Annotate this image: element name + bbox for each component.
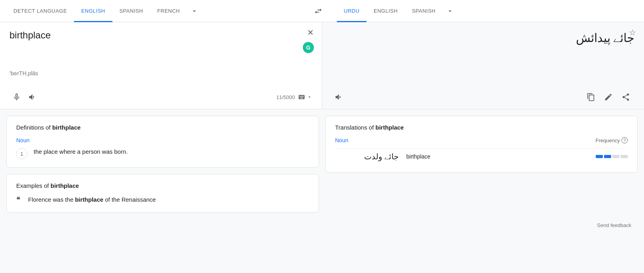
tab-spanish-target[interactable]: SPANISH [405, 0, 443, 22]
save-translation-button[interactable]: ☆ [629, 28, 636, 37]
tab-urdu[interactable]: URDU [337, 0, 367, 22]
quote-mark-icon: ❝ [16, 195, 20, 204]
share-translation-button[interactable] [619, 90, 633, 104]
source-bottom-toolbar: 11/5000 [9, 87, 312, 104]
freq-seg-1 [596, 155, 603, 158]
translations-card: Translations of birthplace Noun Frequenc… [325, 116, 638, 173]
translation-urdu: جائے ولدت [335, 152, 399, 161]
char-count: 11/5000 [276, 94, 312, 101]
frequency-info-icon[interactable]: ? [621, 137, 628, 143]
more-target-languages-button[interactable] [443, 0, 458, 22]
example-text: Florence was the birthplace of the Renai… [28, 195, 156, 204]
definition-row: 1 the place where a person was born. [16, 147, 309, 159]
target-bottom-toolbar [332, 87, 635, 104]
keyboard-input-button[interactable] [298, 94, 312, 101]
definitions-card-title: Definitions of birthplace [16, 124, 309, 131]
edit-translation-button[interactable] [601, 90, 616, 104]
swap-languages-button[interactable] [308, 0, 329, 22]
grammarly-button[interactable]: G [303, 42, 314, 53]
source-phonetic: 'bərTH,plās [9, 70, 312, 76]
tab-spanish[interactable]: SPANISH [112, 0, 150, 22]
target-language-tabs: URDU ENGLISH SPANISH [329, 0, 638, 22]
translation-output: جائے پیدائش [332, 29, 635, 87]
frequency-bar [596, 155, 628, 158]
freq-seg-2 [604, 155, 611, 158]
source-text-input[interactable]: birthplace [9, 29, 312, 69]
top-navigation: DETECT LANGUAGE ENGLISH SPANISH FRENCH U… [0, 0, 644, 22]
freq-seg-4 [621, 155, 628, 158]
send-feedback-link[interactable]: Send feedback [591, 219, 638, 231]
freq-seg-3 [612, 155, 619, 158]
translations-card-header: Translations of birthplace [335, 124, 628, 131]
clear-source-button[interactable]: ✕ [307, 28, 314, 37]
microphone-button[interactable] [9, 90, 24, 104]
examples-card: Examples of birthplace ❝ Florence was th… [6, 174, 319, 213]
cards-area: Definitions of birthplace Noun 1 the pla… [0, 109, 644, 219]
definition-number: 1 [16, 148, 27, 159]
examples-card-title: Examples of birthplace [16, 182, 309, 189]
tab-french[interactable]: FRENCH [150, 0, 187, 22]
more-source-languages-button[interactable] [187, 0, 202, 22]
source-panel: birthplace ✕ G 'bərTH,plās 11/5000 [0, 22, 322, 109]
definitions-card: Definitions of birthplace Noun 1 the pla… [6, 116, 319, 168]
target-action-buttons [584, 90, 635, 104]
example-row: ❝ Florence was the birthplace of the Ren… [16, 195, 309, 204]
translations-card-title: Translations of birthplace [335, 124, 404, 131]
definition-text: the place where a person was born. [34, 147, 128, 157]
tab-detect-language[interactable]: DETECT LANGUAGE [6, 0, 74, 22]
copy-translation-button[interactable] [584, 90, 598, 104]
translation-row: جائے ولدت birthplace [335, 148, 628, 164]
source-language-tabs: DETECT LANGUAGE ENGLISH SPANISH FRENCH [6, 0, 308, 22]
translations-noun-label: Noun [335, 137, 348, 143]
target-panel: جائے پیدائش ☆ [322, 22, 644, 109]
translation-english: birthplace [407, 153, 431, 160]
definitions-noun-label: Noun [16, 137, 309, 143]
tab-english[interactable]: ENGLISH [74, 0, 112, 22]
source-tts-button[interactable] [25, 90, 40, 104]
frequency-label: Frequency ? [596, 137, 628, 143]
translation-area: birthplace ✕ G 'bərTH,plās 11/5000 جائے … [0, 22, 644, 109]
tab-english-target[interactable]: ENGLISH [367, 0, 405, 22]
target-tts-button[interactable] [332, 90, 346, 104]
